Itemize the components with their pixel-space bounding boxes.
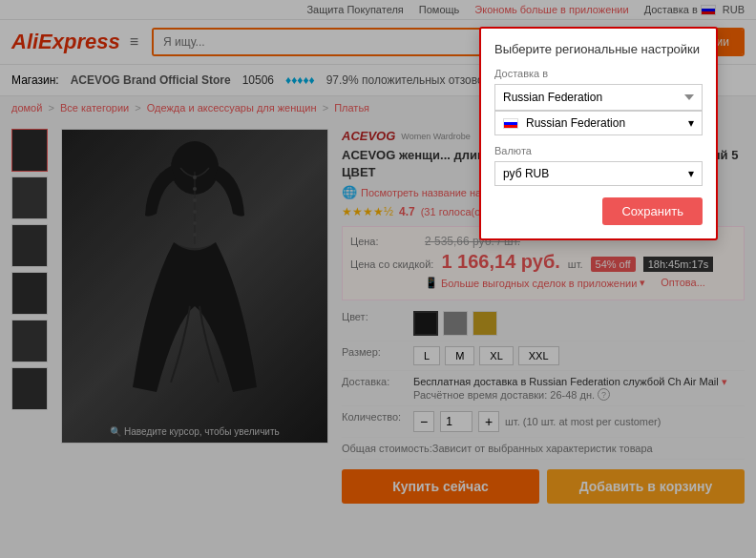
dropdown-arrow-icon: ▾: [688, 116, 694, 130]
country-value: Russian Federation: [526, 116, 625, 130]
modal-footer: Сохранить: [494, 197, 703, 225]
modal-title: Выберите региональные настройки: [494, 42, 703, 56]
currency-dropdown[interactable]: руб RUB ▾: [494, 161, 703, 186]
regional-settings-modal: Выберите региональные настройки Доставка…: [479, 27, 718, 240]
currency-value: руб RUB: [503, 167, 549, 180]
modal-currency-label: Валюта: [494, 145, 703, 156]
modal-save-button[interactable]: Сохранить: [602, 197, 703, 225]
country-dropdown[interactable]: Russian Federation ▾: [494, 111, 703, 135]
country-flag-icon: [503, 118, 518, 129]
country-select[interactable]: Russian Federation: [494, 84, 703, 111]
currency-arrow-icon: ▾: [688, 167, 694, 180]
modal-delivery-label: Доставка в: [494, 68, 703, 79]
